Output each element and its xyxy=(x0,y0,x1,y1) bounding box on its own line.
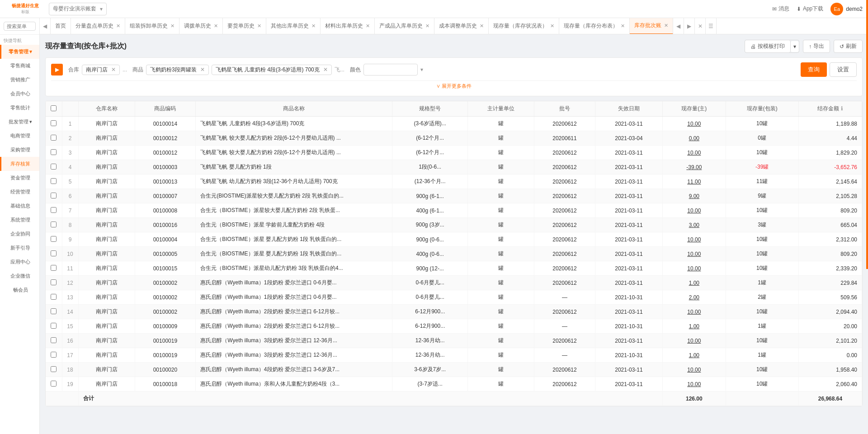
tab-close-icon[interactable]: ✕ xyxy=(664,23,668,28)
row-stock-main[interactable]: 10.00 xyxy=(663,146,726,160)
sidebar-item-app-center[interactable]: 应用中心 xyxy=(0,255,39,269)
sidebar-item-newbie-guide[interactable]: 新手引导 xyxy=(0,241,39,255)
tab-close-icon[interactable]: ✕ xyxy=(480,23,484,29)
export-button[interactable]: ↑ 导出 xyxy=(803,40,830,53)
tab-expand-icon[interactable]: ◀ xyxy=(40,18,51,34)
row-stock-main[interactable]: 11.00 xyxy=(663,175,726,189)
tab-close-all-icon[interactable]: ✕ xyxy=(695,18,706,34)
row-stock-main[interactable]: 10.00 xyxy=(663,247,726,261)
app-download-button[interactable]: ⬇ App下载 xyxy=(797,5,823,13)
remove-product-2-icon[interactable]: ✕ xyxy=(323,66,328,73)
row-stock-main[interactable]: 9.00 xyxy=(663,189,726,203)
warehouse-tag[interactable]: 南岸门店 ✕ xyxy=(82,65,120,75)
expand-bar[interactable]: ∨ 展开更多条件 xyxy=(51,80,857,91)
sidebar-item-enterprise-wechat[interactable]: 企业微信 xyxy=(0,269,39,283)
tab-close-icon[interactable]: ✕ xyxy=(257,23,261,29)
sidebar-item-member-center[interactable]: 会员中心 xyxy=(0,87,39,101)
tab-close-icon[interactable]: ✕ xyxy=(425,23,429,29)
sidebar-item-retail-mall[interactable]: 零售商城 xyxy=(0,59,39,73)
row-stock-main[interactable]: 10.00 xyxy=(663,334,726,348)
row-check[interactable] xyxy=(46,247,62,261)
sidebar-item-operations[interactable]: 经营管理 xyxy=(0,185,39,199)
warehouse-ellipsis[interactable]: ... xyxy=(123,66,127,73)
tab-close-icon[interactable]: ✕ xyxy=(214,23,218,29)
tab-zuzhuangchaijian[interactable]: 组装拆卸单历史 ✕ xyxy=(125,18,179,34)
sidebar-item-marketing[interactable]: 营销推广 xyxy=(0,73,39,87)
refresh-button[interactable]: ↺ 刷新 xyxy=(834,40,863,53)
select-all-checkbox[interactable] xyxy=(51,105,57,111)
row-stock-main[interactable]: 3.00 xyxy=(663,218,726,232)
sidebar-item-ecommerce[interactable]: 电商管理 xyxy=(0,129,39,143)
row-stock-main[interactable]: 10.00 xyxy=(663,363,726,377)
tab-home[interactable]: 首页 xyxy=(51,18,71,34)
color-dropdown-icon[interactable]: ▾ xyxy=(420,66,423,73)
tab-chanchengpinruku[interactable]: 产成品入库单历史 ✕ xyxy=(375,18,434,34)
row-check[interactable] xyxy=(46,319,62,334)
breadcrumb-select[interactable]: 母婴行业演示账套 ▾ xyxy=(49,3,107,15)
row-check[interactable] xyxy=(46,175,62,189)
th-check[interactable] xyxy=(46,101,62,117)
tab-close-icon[interactable]: ✕ xyxy=(366,23,370,29)
sidebar-item-purchase-mgmt[interactable]: 采购管理 xyxy=(0,143,39,157)
sidebar-item-basic-info[interactable]: 基础信息 xyxy=(0,199,39,213)
filter-expand-btn[interactable]: ▶ xyxy=(51,64,63,75)
tab-xiancunliang-dist[interactable]: 现存量（库存分布表） ✕ xyxy=(559,18,630,34)
row-stock-main[interactable]: 10.00 xyxy=(663,232,726,247)
row-stock-main[interactable]: 10.00 xyxy=(663,305,726,319)
search-input[interactable] xyxy=(4,22,36,31)
settings-button[interactable]: 设置 xyxy=(830,62,857,77)
sidebar-item-retail-stats[interactable]: 零售统计 xyxy=(0,101,39,115)
tab-close-icon[interactable]: ✕ xyxy=(621,23,625,29)
tab-yaohuo[interactable]: 要货单历史 ✕ xyxy=(223,18,266,34)
sidebar-item-changhui-member[interactable]: 畅会员 xyxy=(0,283,39,297)
row-stock-main[interactable]: 10.00 xyxy=(663,203,726,218)
query-button[interactable]: 查询 xyxy=(801,62,827,77)
row-check[interactable] xyxy=(46,117,62,131)
tab-close-icon[interactable]: ✕ xyxy=(550,23,554,29)
sidebar-item-wholesale-mgmt[interactable]: 批发管理 ▾ xyxy=(0,115,39,129)
tab-kucunpicizh[interactable]: 库存批次账 ✕ xyxy=(630,18,673,34)
sidebar-item-sys-mgmt[interactable]: 系统管理 xyxy=(0,213,39,227)
tab-close-icon[interactable]: ✕ xyxy=(311,23,316,29)
row-check[interactable] xyxy=(46,261,62,276)
print-dropdown-button[interactable]: ▾ xyxy=(791,41,799,52)
row-check[interactable] xyxy=(46,203,62,218)
message-button[interactable]: ✉ 消息 xyxy=(772,5,789,13)
tab-chengbentiaozhen[interactable]: 成本调整单历史 ✕ xyxy=(434,18,489,34)
row-check[interactable] xyxy=(46,189,62,203)
row-check[interactable] xyxy=(46,218,62,232)
row-stock-main[interactable]: 1.00 xyxy=(663,348,726,363)
sidebar-item-inventory-check[interactable]: 库存核算 xyxy=(0,157,39,171)
row-check[interactable] xyxy=(46,348,62,363)
row-check[interactable] xyxy=(46,363,62,377)
tab-close-icon[interactable]: ✕ xyxy=(116,23,120,29)
product-ellipsis[interactable]: 飞... xyxy=(335,66,344,74)
sidebar-item-enterprise-collab[interactable]: 企业协同 xyxy=(0,227,39,241)
tab-prev-icon[interactable]: ◀ xyxy=(673,18,684,34)
row-check[interactable] xyxy=(46,377,62,392)
tab-diaobodian[interactable]: 调拨单历史 ✕ xyxy=(179,18,223,34)
template-print-button[interactable]: 🖨 按模板打印 xyxy=(745,40,791,52)
row-stock-main[interactable]: -39.00 xyxy=(663,160,726,175)
row-stock-main[interactable]: 10.00 xyxy=(663,377,726,392)
row-check[interactable] xyxy=(46,290,62,305)
row-stock-main[interactable]: 10.00 xyxy=(663,117,726,131)
row-stock-main[interactable]: 2.00 xyxy=(663,290,726,305)
product-tag-1[interactable]: 飞鹤奶粉3段两罐装 ✕ xyxy=(146,65,209,75)
color-input[interactable] xyxy=(363,64,418,75)
row-check[interactable] xyxy=(46,232,62,247)
tab-menu-icon[interactable]: ☰ xyxy=(706,18,717,34)
remove-warehouse-icon[interactable]: ✕ xyxy=(111,66,116,73)
sidebar-item-retail-mgmt[interactable]: 零售管理 ▾ xyxy=(0,45,39,59)
tab-fenliangpandian[interactable]: 分量盘点单历史 ✕ xyxy=(71,18,125,34)
tab-cailiaochuku[interactable]: 材料出库单历史 ✕ xyxy=(321,18,375,34)
row-check[interactable] xyxy=(46,146,62,160)
sidebar-item-finance[interactable]: 资金管理 xyxy=(0,171,39,185)
row-stock-main[interactable]: 10.00 xyxy=(663,261,726,276)
tab-xiancunliang-status[interactable]: 现存量（库存状况表） ✕ xyxy=(489,18,559,34)
remove-product-1-icon[interactable]: ✕ xyxy=(200,66,205,73)
row-check[interactable] xyxy=(46,131,62,146)
product-tag-2[interactable]: 飞鹤星飞帆 儿童奶粉 4段(3-6岁适用) 700克 ✕ xyxy=(212,65,332,75)
row-check[interactable] xyxy=(46,160,62,175)
row-check[interactable] xyxy=(46,305,62,319)
